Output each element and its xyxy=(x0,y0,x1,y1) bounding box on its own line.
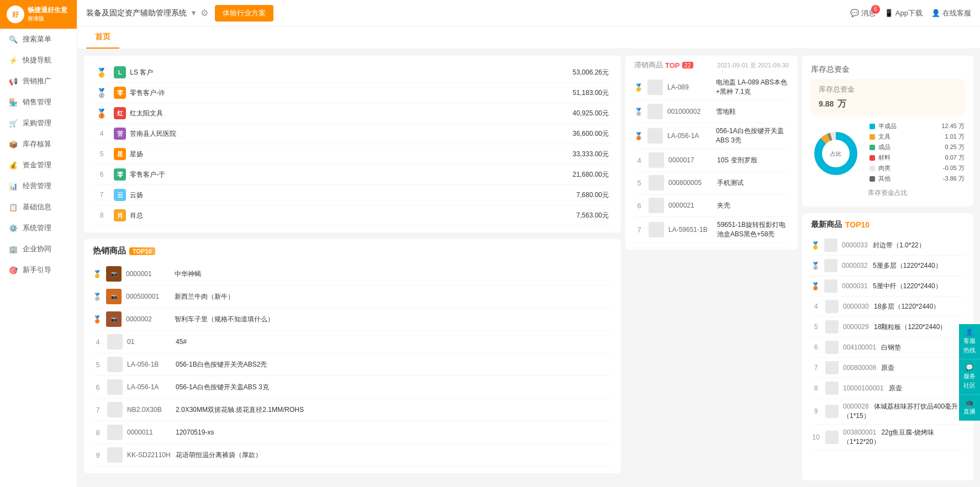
service-icon: 👤 xyxy=(931,9,940,17)
svg-text:占比: 占比 xyxy=(830,151,841,157)
product-thumbnail: 📷 xyxy=(106,289,122,304)
medal-icon: 🥉 xyxy=(811,282,820,290)
right-panel: 库存总资金 库存总资金 9.88 万 xyxy=(802,56,973,480)
tab-home[interactable]: 首页 xyxy=(86,27,119,49)
message-badge: 6 xyxy=(871,5,880,14)
list-item: 7 LA-59651-1B 59651-1B旋转投影灯电池盒ABS黑色+58壳 xyxy=(634,217,789,243)
rank-number: 6 xyxy=(100,171,104,178)
rank-number: 4 xyxy=(811,303,821,310)
list-item: 🥉 LA-056-1A 056-1A白色按键开关盖ABS 3壳 xyxy=(634,123,789,149)
rank-number: 10 xyxy=(811,433,821,441)
sidebar-item-guide[interactable]: 🎯 新手引导 xyxy=(0,260,77,280)
new-products-title: 最新商品 TOP10 xyxy=(811,220,965,230)
product-thumbnail: 📷 xyxy=(106,311,122,327)
system-dropdown-button[interactable]: ▼ xyxy=(190,9,197,17)
list-item: 🥈 📷 000500001 新西兰牛肉（新牛） xyxy=(93,285,612,308)
trial-button[interactable]: 体验行业方案 xyxy=(215,5,273,22)
product-info: 0000031 5厘中纤（1220*2440） xyxy=(842,282,965,291)
sidebar-item-finance[interactable]: 💰 资金管理 xyxy=(0,155,77,176)
product-thumbnail xyxy=(107,334,123,350)
product-code: KK-SD22110H xyxy=(127,451,171,459)
legend-dot xyxy=(870,145,875,150)
customer-badge-cell: 肖 肖总 xyxy=(110,205,420,226)
sidebar-item-enterprise[interactable]: 🏢 企业协同 xyxy=(0,239,77,260)
float-community-button[interactable]: 💬 服务 社区 xyxy=(959,359,980,395)
product-code: NB2.0X30B xyxy=(127,406,171,414)
list-item: 7 000800008 原壶 xyxy=(811,358,965,378)
list-item: 4 0000030 18多层（1220*2440） xyxy=(811,297,965,317)
product-thumbnail xyxy=(825,300,839,313)
rank-number: 5 xyxy=(811,323,821,331)
rank-number: 8 xyxy=(93,428,103,437)
rank-cell: 🥉 xyxy=(93,103,110,124)
product-thumbnail xyxy=(647,104,663,119)
product-thumbnail xyxy=(647,80,663,95)
sidebar-item-inventory[interactable]: 📦 库存核算 xyxy=(0,134,77,155)
product-info: 0000028 体城荔枝味苏打饮品400毫升（1*15） xyxy=(843,402,965,421)
customer-badge-cell: 零 零售客户-于 xyxy=(110,165,420,185)
sidebar-item-basicinfo[interactable]: 📋 基础信息 xyxy=(0,197,77,218)
online-service-button[interactable]: 👤 在线客服 xyxy=(931,8,971,18)
inventory-amount: 9.88 万 xyxy=(819,94,957,110)
product-info: 000800008 原壶 xyxy=(843,363,965,373)
medal-icon: 🥈 xyxy=(811,262,820,270)
customer-amount: 36,600.00元 xyxy=(420,124,612,144)
customer-badge: 星 xyxy=(114,148,126,160)
customer-badge: 云 xyxy=(114,189,126,201)
product-name: 封边带（1.0*22） xyxy=(873,241,925,249)
legend-dot xyxy=(870,124,875,129)
rank-number: 5 xyxy=(100,150,104,158)
logo-icon: 好 xyxy=(7,6,24,23)
rank-number: 7 xyxy=(93,406,103,414)
product-name: 5厘中纤（1220*2440） xyxy=(873,282,942,290)
product-info: 004100001 白钢垫 xyxy=(843,343,965,352)
legend-amount: 0.25 万 xyxy=(945,143,965,151)
customer-name: LS 客户 xyxy=(130,68,153,76)
product-code: 001000002 xyxy=(667,108,712,115)
app-download-button[interactable]: 📱 App下载 xyxy=(884,8,923,18)
sidebar-item-marketing[interactable]: 📢 营销推广 xyxy=(0,71,77,92)
sidebar-item-label: 快捷导航 xyxy=(23,55,51,65)
medal-icon: 🥈 xyxy=(634,108,643,116)
sidebar-item-system[interactable]: ⚙️ 系统管理 xyxy=(0,218,77,239)
legend-item: 半成品 12.45 万 xyxy=(870,122,965,130)
product-name: 18颗粒板（1220*2440） xyxy=(874,323,946,331)
product-thumbnail xyxy=(107,447,123,463)
hot-products-list: 🥇 📷 0000001 中华神蝎 🥈 📷 000500001 新西兰牛肉（新牛）… xyxy=(93,263,612,467)
table-row: 🥇 L LS 客户 53,006.26元 xyxy=(93,62,612,83)
basicinfo-icon: 📋 xyxy=(8,202,18,212)
customer-name: 云扬 xyxy=(130,191,143,199)
sidebar-item-label: 企业协同 xyxy=(23,244,51,254)
sold-products-card: 滞销商品 TOP 22 2021-09-01 至 2021-09-30 🥇 LA… xyxy=(625,56,798,250)
product-thumbnail xyxy=(825,341,839,354)
content-area: 🥇 L LS 客户 53,006.26元 🥈 零 零售客户-许 51,183.0… xyxy=(77,49,980,487)
sidebar-item-label: 系统管理 xyxy=(23,223,51,233)
product-thumbnail xyxy=(107,379,123,395)
rank-number: 8 xyxy=(811,384,821,392)
medal-icon: 🥇 xyxy=(634,83,643,92)
operations-icon: 📊 xyxy=(8,181,18,191)
rank-cell: 8 xyxy=(93,205,110,226)
rank-number: 4 xyxy=(100,130,104,137)
medal-icon: 🥈 xyxy=(96,88,107,98)
product-thumbnail xyxy=(824,279,837,293)
sidebar-item-operations[interactable]: 📊 经营管理 xyxy=(0,176,77,197)
customer-amount: 21,680.00元 xyxy=(420,165,612,185)
product-thumbnail xyxy=(825,405,839,418)
list-item: 9 0000028 体城荔枝味苏打饮品400毫升（1*15） xyxy=(811,399,965,425)
product-code: 003800001 xyxy=(843,428,876,436)
sidebar-item-purchase[interactable]: 🛒 采购管理 xyxy=(0,113,77,134)
float-live-button[interactable]: 📺 直播 xyxy=(959,395,980,421)
float-service-button[interactable]: 👤 客服 热线 xyxy=(959,324,980,359)
sidebar-item-quicknav[interactable]: ⚡ 快捷导航 xyxy=(0,50,77,71)
customer-badge-cell: 云 云扬 xyxy=(110,185,420,205)
product-thumbnail xyxy=(824,239,837,252)
product-code: 000800005 xyxy=(668,179,713,187)
product-info: 10000100001 原壶 xyxy=(843,384,965,393)
sidebar-item-search[interactable]: 🔍 搜索菜单 xyxy=(0,29,77,50)
system-settings-button[interactable]: ⚙ xyxy=(201,8,208,18)
product-name: 手机测试 xyxy=(717,178,789,188)
message-button[interactable]: 💬 消息 6 xyxy=(850,8,876,18)
sidebar-item-sales[interactable]: 🏪 销售管理 xyxy=(0,92,77,113)
legend-item: 肉类 -0.05 万 xyxy=(870,164,965,172)
